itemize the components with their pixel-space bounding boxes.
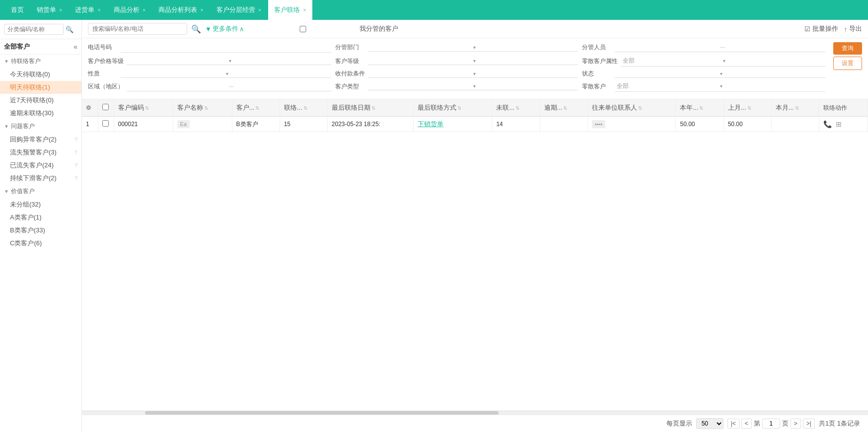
manager-more-icon[interactable]: ··· (720, 44, 823, 51)
row-actions: 📞 ⊞ (819, 117, 868, 132)
sidebar-item-label: B类客户(33) (10, 226, 45, 235)
more-filters-button[interactable]: ▼ 更多条件 ∧ (205, 24, 244, 33)
nature-filter: 性质 ▾ (88, 70, 331, 78)
retail-attr-value: 全部 (623, 57, 723, 65)
nav-item-客户联络[interactable]: 客户联络× (268, 0, 312, 20)
customer-grade-select[interactable]: ▾ (368, 57, 579, 65)
col-not-contacted[interactable]: 未联...⇅ (492, 99, 540, 117)
phone-input[interactable] (121, 42, 331, 53)
export-button[interactable]: ↑ 导出 (844, 24, 863, 33)
prev-page-button[interactable]: < (741, 419, 752, 429)
next-page-button[interactable]: > (791, 419, 801, 429)
region-more-icon[interactable]: ··· (229, 83, 329, 90)
nav-item-首页[interactable]: 首页 (5, 0, 30, 20)
manager-select[interactable]: ··· (615, 43, 825, 52)
col-this-month[interactable]: 本月...⇅ (771, 99, 819, 117)
page-number-input[interactable] (762, 419, 780, 429)
close-tab-icon[interactable]: × (59, 7, 62, 13)
sidebar-item[interactable]: 今天待联络(0) (0, 68, 81, 81)
table-footer: 每页显示 50 100 200 |< < 第 页 > >| 共1页 1条记录 (82, 415, 868, 432)
last-page-button[interactable]: >| (803, 419, 815, 429)
dept-arrow-icon: ▾ (473, 45, 577, 50)
sidebar-group-待联络客户[interactable]: 待联络客户 (0, 55, 81, 68)
sidebar-group-问题客户[interactable]: 问题客户 (0, 120, 81, 133)
col-overdue[interactable]: 逾期...⇅ (540, 99, 587, 117)
price-grade-arrow-icon: ▾ (229, 58, 329, 64)
row-overdue (540, 117, 587, 132)
sidebar-item[interactable]: 持续下滑客户(2)? (0, 172, 81, 185)
select-all-checkbox[interactable] (102, 104, 109, 110)
col-unit-contact[interactable]: 往来单位联系人⇅ (587, 99, 676, 117)
sidebar-search-icon[interactable]: 🔍 (66, 26, 73, 33)
retail-attr-filter: 零散客户属性 全部 ▾ (582, 56, 825, 67)
col-contact[interactable]: 联络...⇅ (280, 99, 327, 117)
close-tab-icon[interactable]: × (200, 7, 203, 13)
col-this-year[interactable]: 本年...⇅ (676, 99, 723, 117)
filter-icon: ▼ (205, 25, 212, 33)
col-settings[interactable]: ⚙ (82, 99, 98, 117)
grid-icon[interactable]: ⊞ (836, 120, 842, 128)
sidebar-item[interactable]: B类客户(33) (0, 224, 81, 237)
sidebar-item[interactable]: 近7天待联络(0) (0, 94, 81, 107)
close-tab-icon[interactable]: × (303, 7, 306, 13)
help-icon[interactable]: ? (74, 149, 77, 155)
sidebar-search-input[interactable] (4, 24, 64, 35)
col-last-month[interactable]: 上月...⇅ (723, 99, 771, 117)
retail-attr-select[interactable]: 全部 ▾ (621, 56, 825, 67)
table-header-row: ⚙ 客户编码⇅ 客户名称⇅ 客户...⇅ 联络...⇅ 最后联络日期⇅ 最后联络… (82, 99, 868, 117)
nav-item-销货单[interactable]: 销货单× (31, 0, 68, 20)
col-name[interactable]: 客户名称⇅ (173, 99, 232, 117)
nav-item-客户分层经营[interactable]: 客户分层经营× (211, 0, 267, 20)
call-icon[interactable]: 📞 (823, 120, 832, 128)
all-customers-item[interactable]: 全部客户 « (0, 39, 81, 55)
batch-op-button[interactable]: ☑ 批量操作 (804, 24, 838, 33)
help-icon[interactable]: ? (74, 162, 77, 168)
payment-select[interactable]: ▾ (368, 70, 579, 78)
col-type[interactable]: 客户...⇅ (232, 99, 280, 117)
horizontal-scrollbar[interactable] (82, 411, 868, 415)
dept-select[interactable]: ▾ (368, 44, 579, 52)
nature-select[interactable]: ▾ (121, 70, 331, 78)
my-customers-label: 我分管的客户 (360, 24, 398, 33)
help-icon[interactable]: ? (74, 175, 77, 181)
sidebar-item[interactable]: 未分组(32) (0, 198, 81, 211)
close-tab-icon[interactable]: × (258, 7, 261, 13)
customer-type-select[interactable]: ▾ (368, 82, 579, 90)
region-select[interactable]: ··· (127, 82, 331, 91)
col-code[interactable]: 客户编码⇅ (114, 99, 173, 117)
col-last-contact-method[interactable]: 最后联络方式⇅ (414, 99, 492, 117)
col-last-contact-date[interactable]: 最后联络日期⇅ (327, 99, 413, 117)
row-type: B类客户 (232, 117, 280, 132)
sidebar-item[interactable]: 逾期未联络(30) (0, 107, 81, 120)
per-page-select[interactable]: 50 100 200 (696, 418, 723, 429)
sidebar-item-label: A类客户(1) (10, 213, 42, 222)
sidebar-item[interactable]: 流失预警客户(3)? (0, 146, 81, 159)
retail-customer-select[interactable]: 全部 ▾ (615, 81, 825, 92)
first-page-button[interactable]: |< (727, 419, 739, 429)
page-unit: 页 (782, 419, 789, 428)
my-customers-checkbox[interactable] (248, 26, 358, 32)
price-grade-select[interactable]: ▾ (127, 57, 331, 65)
nav-item-商品分析列表[interactable]: 商品分析列表× (152, 0, 209, 20)
sidebar-item[interactable]: 回购异常客户(2)? (0, 133, 81, 146)
reset-button[interactable]: 设置 (833, 57, 862, 70)
close-tab-icon[interactable]: × (143, 7, 145, 13)
sidebar-item[interactable]: 明天待联络(1) (0, 81, 81, 94)
sidebar-group-价值客户[interactable]: 价值客户 (0, 185, 81, 198)
close-tab-icon[interactable]: × (97, 7, 100, 13)
export-label: 导出 (849, 24, 862, 33)
status-select[interactable]: ▾ (615, 70, 825, 78)
sidebar-item[interactable]: A类客户(1) (0, 211, 81, 224)
sidebar-item[interactable]: C类客户(6) (0, 237, 81, 250)
sort-contact-icon: ⇅ (303, 105, 307, 111)
help-icon[interactable]: ? (74, 137, 77, 143)
nav-item-进货单[interactable]: 进货单× (69, 0, 106, 20)
search-input[interactable] (88, 23, 187, 35)
query-button[interactable]: 查询 (833, 42, 862, 55)
search-button[interactable]: 🔍 (191, 24, 201, 34)
nav-item-商品分析[interactable]: 商品分析× (108, 0, 151, 20)
last-contact-method-link[interactable]: 下销货单 (418, 120, 443, 128)
sidebar-item[interactable]: 已流失客户(24)? (0, 159, 81, 172)
sort-thismonth-icon: ⇅ (795, 105, 799, 111)
row-checkbox[interactable] (102, 120, 109, 127)
